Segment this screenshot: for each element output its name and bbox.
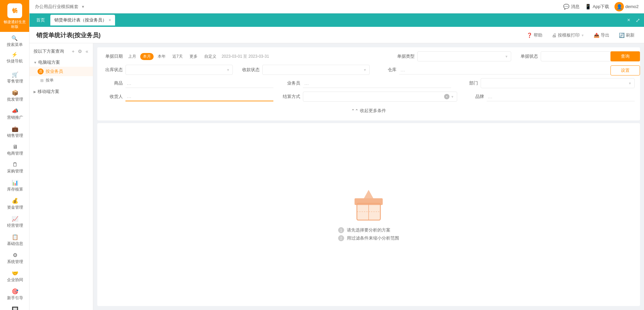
left-panel: 按以下方案查询 + ⚙ « (30, 43, 93, 310)
quick-nav-item[interactable]: ⚡ 快捷导航 (0, 50, 29, 66)
page-content: 销货单统计表(按业务员) ❓ 帮助 🖨 按模板打印 ▼ 📤 导出 🔄 刷新 (30, 27, 644, 310)
warehouse-more-btn[interactable]: ... (400, 67, 405, 73)
consignee-more-btn[interactable]: ... (127, 93, 131, 99)
sidebar-item-finance[interactable]: 💰 资金管理 (0, 195, 29, 213)
sidebar-item-newbie[interactable]: 🎯 新手引导 (0, 286, 29, 304)
export-icon: 📤 (594, 33, 599, 38)
refresh-button[interactable]: 🔄 刷新 (616, 31, 637, 40)
department-label: 部门 (458, 80, 478, 86)
empty-tip-2: 2 用过滤条件来缩小分析范围 (338, 235, 399, 241)
collapse-conditions-button[interactable]: ⌃⌃ 收起更多条件 (346, 106, 391, 115)
filter-row-2: 出库状态 ▼ 收款状态 ▼ 仓库 ... (103, 65, 635, 75)
export-button[interactable]: 📤 导出 (591, 31, 612, 40)
collapse-up-icon: ⌃⌃ (351, 108, 359, 113)
date-tab-last-month[interactable]: 上月 (125, 53, 139, 60)
left-panel-header: 按以下方案查询 + ⚙ « (30, 46, 93, 57)
goods-more-btn[interactable]: ... (127, 80, 131, 86)
help-button[interactable]: ❓ 帮助 (524, 31, 545, 40)
date-tab-this-year[interactable]: 本年 (155, 53, 168, 60)
goods-label: 商品 (103, 80, 123, 86)
salesman-more-btn[interactable]: ... (304, 80, 309, 86)
department-select[interactable]: ▼ (481, 78, 635, 88)
scheme-by-salesman[interactable]: 员 按业务员 (30, 67, 93, 76)
main-area: 办公用品行业模拟账套 ▼ 💬 消息 📱 App下载 👤 demo2 首页 (30, 0, 644, 310)
app-download-icon: 📱 (585, 4, 591, 10)
filter-row-4: 收货人 ... 结算方式 × ▼ 品 (103, 92, 635, 102)
sidebar-item-retail[interactable]: 🛒 零售管理 (0, 69, 29, 87)
payment-status-select[interactable]: ▼ (262, 65, 370, 75)
tip-num-2: 2 (338, 235, 344, 241)
sidebar-item-ecommerce[interactable]: 🖥 电商管理 (0, 141, 29, 159)
date-tabs: 上月 本月 本年 近7天 更多 自定义 (125, 53, 219, 60)
sidebar-item-marketing[interactable]: 📣 营销推广 (0, 105, 29, 123)
sidebar-item-inventory[interactable]: 📊 库存核算 (0, 177, 29, 195)
tab-bar: 首页 销货单统计表（按业务员） × × ⤢ (30, 13, 644, 27)
refresh-icon: 🔄 (619, 33, 625, 38)
out-status-dropdown-icon: ▼ (226, 68, 230, 72)
purchase-icon: 🗒 (12, 162, 18, 168)
tab-home[interactable]: 首页 (32, 15, 49, 25)
sidebar: 畅 畅捷通好生意标版 🔍 搜索菜单 ⚡ 快捷导航 🛒 零售管理 📦 批发管理 📣… (0, 0, 30, 310)
filter-area: 单据日期 上月 本月 本年 近7天 更多 自定义 2023-03-01 至 20… (97, 47, 640, 120)
sidebar-item-basic[interactable]: 📋 基础信息 (0, 231, 29, 249)
settings-scheme-button[interactable]: ⚙ (77, 48, 83, 55)
date-label: 单据日期 (103, 53, 123, 59)
date-tab-custom[interactable]: 自定义 (202, 53, 219, 60)
tab-bar-actions: × ⤢ (626, 16, 641, 25)
expand-tab-btn[interactable]: ⤢ (634, 16, 641, 25)
template-print-button[interactable]: 🖨 按模板打印 ▼ (549, 31, 587, 40)
date-filter-control: 上月 本月 本年 近7天 更多 自定义 2023-03-01 至 2023-03… (125, 53, 392, 60)
goods-input-area: ... (125, 79, 273, 88)
filter-row-3: 商品 ... 业务员 ... 部门 ▼ (103, 78, 635, 88)
department-dropdown-icon: ▼ (628, 82, 632, 85)
app-download-button[interactable]: 📱 App下载 (585, 4, 609, 10)
sidebar-item-sales[interactable]: 💼 销售管理 (0, 123, 29, 141)
sidebar-item-wholesale[interactable]: 📦 批发管理 (0, 87, 29, 105)
empty-tip-1: 1 请先选择要分析的方案 (338, 227, 399, 233)
sidebar-item-apps[interactable]: 🔲 应用中心 (0, 304, 29, 310)
user-avatar[interactable]: 👤 demo2 (614, 2, 639, 11)
settings-button[interactable]: 设置 (610, 65, 640, 75)
close-tab-btn[interactable]: × (626, 16, 632, 24)
query-button[interactable]: 查询 (610, 51, 640, 61)
tab-sales-stat[interactable]: 销货单统计表（按业务员） × (50, 15, 115, 25)
module-dropdown-icon[interactable]: ▼ (81, 5, 85, 9)
right-panel: 单据日期 上月 本月 本年 近7天 更多 自定义 2023-03-01 至 20… (93, 43, 644, 310)
date-tab-more[interactable]: 更多 (187, 53, 200, 60)
empty-state: 1 请先选择要分析的方案 2 用过滤条件来缩小分析范围 (338, 188, 399, 241)
app-name: 畅捷通好生意标版 (4, 19, 26, 29)
out-status-label: 出库状态 (103, 67, 123, 73)
enterprise-icon: 🤝 (12, 270, 18, 276)
content-area: 1 请先选择要分析的方案 2 用过滤条件来缩小分析范围 (97, 123, 640, 306)
sidebar-item-purchase[interactable]: 🗒 采购管理 (0, 159, 29, 177)
print-dropdown-icon[interactable]: ▼ (581, 34, 584, 37)
collapse-panel-button[interactable]: « (85, 48, 89, 55)
sidebar-item-enterprise[interactable]: 🤝 企业协同 (0, 267, 29, 286)
search-menu-item[interactable]: 🔍 搜索菜单 (0, 32, 29, 50)
scheme-query-label: 按以下方案查询 (34, 48, 64, 54)
out-status-select[interactable]: ▼ (125, 65, 233, 75)
sidebar-item-operation[interactable]: 📈 经营管理 (0, 213, 29, 231)
brand-input-area: ... (487, 92, 635, 101)
mobile-group-header[interactable]: ▶ 移动端方案 (30, 87, 93, 96)
sidebar-item-system[interactable]: ⚙ 系统管理 (0, 249, 29, 267)
tip-num-1: 1 (338, 227, 344, 233)
doc-status-label: 单据状态 (518, 53, 538, 59)
operation-icon: 📈 (12, 216, 18, 222)
settlement-clear-icon[interactable]: × (444, 94, 449, 99)
message-icon: 💬 (563, 4, 570, 10)
desktop-group-header[interactable]: ▼ 电脑端方案 (30, 58, 93, 67)
marketing-icon: 📣 (12, 108, 18, 114)
desktop-scheme-group: ▼ 电脑端方案 员 按业务员 ⊞ 按单 (30, 57, 93, 86)
avatar-image: 👤 (614, 2, 624, 11)
date-tab-this-month[interactable]: 本月 (140, 53, 154, 60)
scheme-by-order[interactable]: ⊞ 按单 (30, 76, 93, 85)
tab-close-button[interactable]: × (109, 18, 111, 22)
doc-type-select[interactable]: ▼ (417, 51, 511, 61)
add-scheme-button[interactable]: + (71, 48, 75, 55)
brand-more-btn[interactable]: ... (488, 94, 492, 100)
date-tab-last-7[interactable]: 近7天 (170, 53, 185, 60)
message-button[interactable]: 💬 消息 (563, 4, 580, 10)
current-module-label: 办公用品行业模拟账套 (35, 4, 78, 10)
settlement-select[interactable]: × ▼ (303, 92, 457, 102)
